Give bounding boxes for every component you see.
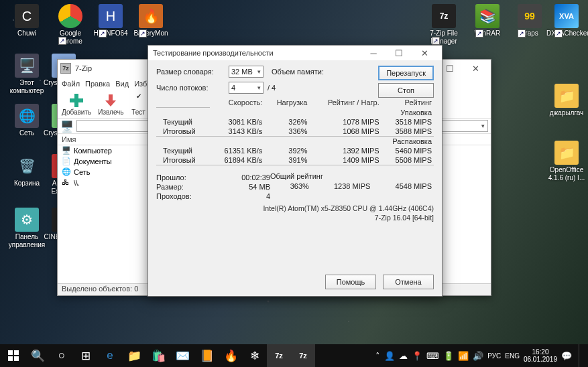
- svg-rect-4: [8, 356, 13, 361]
- item-name: Документы: [74, 157, 112, 165]
- icon-label: WinRAR: [467, 29, 508, 38]
- close-button[interactable]: ✕: [463, 60, 488, 76]
- window-title: 7-Zip: [75, 64, 92, 72]
- show-desktop-button[interactable]: [579, 344, 584, 367]
- task-explorer[interactable]: 📁: [122, 344, 146, 367]
- icon-label: Сеть: [7, 129, 47, 137]
- icon-batterymon[interactable]: 🔥↗BatteryMon: [131, 4, 171, 38]
- size-value: 54 MB: [231, 183, 270, 191]
- icon-label: Google Chrome: [50, 29, 91, 45]
- search-button[interactable]: 🔍: [25, 344, 50, 367]
- system-tray: ˄ 👤 ☁ 📍 ⌨ 🔋 📶 🔊 РУС ENG 16:20 06.01.2019…: [375, 344, 587, 367]
- toolbar-test[interactable]: ✔Тест: [131, 92, 147, 116]
- select-value: 32 MB: [231, 68, 253, 76]
- task-7zip-benchmark[interactable]: 7z: [267, 344, 291, 367]
- task-app1[interactable]: 📙: [194, 344, 219, 367]
- passes-label: Проходов:: [156, 192, 228, 200]
- menu-file[interactable]: Файл: [62, 80, 80, 88]
- tray-battery-icon[interactable]: 🔋: [443, 351, 454, 361]
- icon-chuwi[interactable]: CChuwi: [7, 4, 47, 38]
- task-edge[interactable]: e: [98, 344, 122, 367]
- tray-location-icon[interactable]: 📍: [412, 351, 422, 361]
- task-app3[interactable]: ❄: [243, 344, 267, 367]
- table-row: 363%1238 MIPS4548 MIPS: [270, 181, 434, 191]
- task-store[interactable]: 🛍️: [146, 344, 170, 367]
- icon-folder1[interactable]: 📁джарылгач: [546, 84, 587, 117]
- dialog-title: Тестирование производительности: [153, 49, 274, 57]
- threads-select[interactable]: 4▾: [229, 82, 263, 94]
- toolbar-extract[interactable]: Извлечь: [98, 92, 123, 116]
- icon-label: 7-Zip File Manager: [424, 29, 464, 45]
- cancel-button[interactable]: Отмена: [383, 275, 434, 289]
- icon-dxva[interactable]: XVA↗DXVAChecker: [546, 4, 587, 38]
- select-value: 4: [231, 84, 235, 92]
- tray-onedrive-icon[interactable]: ☁: [399, 351, 408, 361]
- toolbar-label: Извлечь: [98, 108, 123, 116]
- icon-this-pc[interactable]: 🖥️Этот компьютер: [7, 54, 47, 94]
- icon-openoffice[interactable]: 📁OpenOffice 4.1.6 (ru) I...: [546, 141, 587, 181]
- shortcut-badge-icon: ↗: [58, 37, 66, 45]
- table-row: Текущий3081 KB/s326%1078 MIPS3518 MIPS: [156, 117, 434, 127]
- svg-rect-1: [70, 98, 83, 102]
- task-7zip-fm[interactable]: 7z: [291, 344, 315, 367]
- item-name: Сеть: [74, 168, 90, 176]
- add-icon: [68, 92, 84, 108]
- table-row: Итоговый61894 KB/s391%1409 MIPS5508 MIPS: [156, 155, 434, 165]
- icon-winrar[interactable]: 📚↗WinRAR: [467, 4, 508, 38]
- icon-hwinfo[interactable]: H↗HWiNFO64: [91, 4, 131, 38]
- icon-label: Корзина: [7, 179, 47, 188]
- tray-notifications-icon[interactable]: 💬: [561, 351, 572, 361]
- icon-chrome[interactable]: ↗Google Chrome: [50, 4, 91, 45]
- stop-button[interactable]: Стоп: [378, 83, 434, 98]
- icon-label: DXVAChecker: [546, 29, 587, 38]
- toolbar-label: Тест: [131, 108, 145, 116]
- icon-recycle[interactable]: 🗑️Корзина: [7, 154, 47, 188]
- tray-clock[interactable]: 16:20 06.01.2019: [524, 348, 557, 363]
- shortcut-badge-icon: ↗: [554, 29, 563, 38]
- documents-icon: 📄: [62, 157, 71, 166]
- icon-control[interactable]: ⚙Панель управления: [7, 208, 47, 248]
- restart-button[interactable]: Перезапуск: [378, 66, 434, 80]
- tray-chevron-up-icon[interactable]: ˄: [375, 351, 380, 361]
- tray-input-icon[interactable]: ⌨: [426, 351, 439, 361]
- icon-label: OpenOffice 4.1.6 (ru) I...: [546, 166, 587, 181]
- tray-wifi-icon[interactable]: 📶: [458, 351, 469, 361]
- elapsed-value: 00:02:39: [231, 173, 270, 181]
- maximize-button[interactable]: ☐: [386, 45, 412, 61]
- overall-label: Общий рейтинг: [270, 172, 434, 180]
- icon-network[interactable]: 🌐Сеть: [7, 104, 47, 137]
- computer-icon: 🖥️: [60, 120, 74, 133]
- menu-edit[interactable]: Правка: [85, 80, 110, 88]
- extract-icon: [103, 92, 119, 108]
- dialog-benchmark[interactable]: Тестирование производительности ─ ☐ ✕ Пе…: [148, 45, 443, 297]
- minimize-button[interactable]: ─: [361, 45, 386, 61]
- taskbar[interactable]: 🔍 ○ ⊞ e 📁 🛍️ ✉️ 📙 🔥 ❄ 7z 7z ˄ 👤 ☁ 📍 ⌨ 🔋 …: [0, 344, 588, 367]
- tray-lang1[interactable]: РУС: [487, 352, 501, 360]
- task-mail[interactable]: ✉️: [170, 344, 194, 367]
- shortcut-badge-icon: ↗: [139, 29, 147, 38]
- results-table: Скорость: Нагрузка Рейтинг / Нагр. Рейти…: [156, 98, 434, 165]
- icon-fraps[interactable]: 99↗Fraps: [510, 4, 550, 38]
- icon-label: HWiNFO64: [91, 29, 131, 38]
- taskview-button[interactable]: ⊞: [74, 344, 98, 367]
- start-button[interactable]: [1, 344, 25, 367]
- version: 7-Zip 16.04 [64-bit]: [156, 214, 434, 222]
- cpu-id: Intel(R) Atom(TM) x5-Z8350 CPU @ 1.44GHz…: [156, 204, 434, 212]
- passes-value: 4: [231, 192, 270, 200]
- cortana-icon[interactable]: ○: [50, 344, 74, 367]
- toolbar-add[interactable]: Добавить: [62, 92, 91, 116]
- network-icon: 🌐: [62, 167, 71, 177]
- dict-size-label: Размер словаря:: [156, 68, 229, 76]
- tray-people-icon[interactable]: 👤: [384, 351, 395, 361]
- icon-label: Этот компьютер: [7, 79, 47, 94]
- dialog-titlebar[interactable]: Тестирование производительности ─ ☐ ✕: [148, 46, 442, 60]
- mem-label: Объем памяти:: [272, 68, 324, 76]
- icon-7zipfm[interactable]: 7z↗7-Zip File Manager: [424, 4, 464, 45]
- menu-view[interactable]: Вид: [115, 80, 129, 88]
- close-button[interactable]: ✕: [412, 45, 437, 61]
- help-button[interactable]: Помощь: [325, 275, 376, 289]
- tray-lang2[interactable]: ENG: [505, 352, 520, 360]
- dict-size-select[interactable]: 32 MB▾: [229, 66, 263, 78]
- tray-volume-icon[interactable]: 🔊: [473, 351, 483, 361]
- task-app2[interactable]: 🔥: [219, 344, 243, 367]
